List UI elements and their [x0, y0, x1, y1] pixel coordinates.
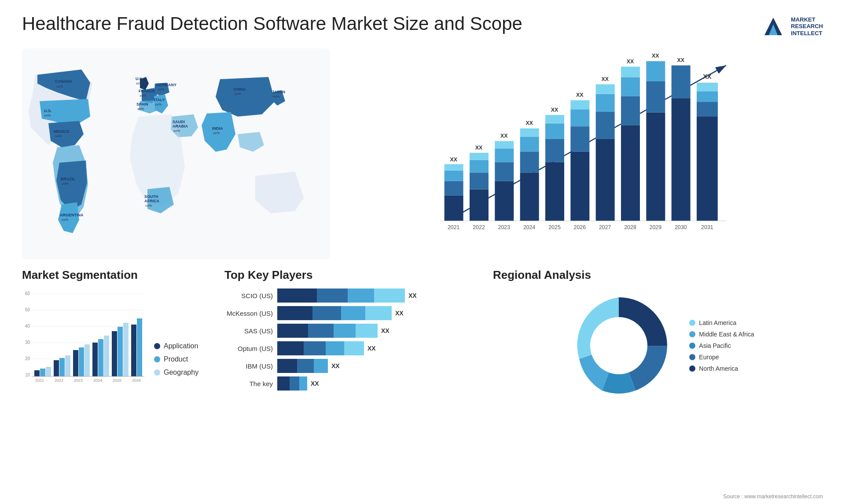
- player-bar-sas: XX: [277, 324, 389, 338]
- france-value: xx%: [140, 94, 146, 98]
- svg-rect-5: [445, 181, 463, 195]
- svg-rect-63: [65, 355, 70, 376]
- italy-value: xx%: [155, 102, 162, 106]
- players-list: SCIO (US) XX McKesson (US): [224, 289, 480, 391]
- svg-rect-24: [570, 152, 589, 221]
- svg-rect-67: [92, 343, 98, 376]
- germany-label: GERMANY: [156, 83, 176, 87]
- svg-rect-30: [596, 94, 615, 112]
- canada-label: CANADA: [55, 79, 72, 84]
- label-asia-pacific: Asia Pacific: [699, 342, 731, 349]
- svg-rect-13: [495, 162, 514, 181]
- bar-label-2027: XX: [601, 76, 609, 82]
- player-name-thekey: The key: [224, 380, 273, 387]
- bar-label-2025: XX: [551, 107, 558, 113]
- svg-rect-71: [118, 327, 123, 376]
- dot-europe: [689, 354, 695, 360]
- legend-label-geography: Geography: [164, 369, 198, 376]
- safrica-value: xx%: [145, 204, 152, 208]
- svg-rect-17: [520, 152, 539, 173]
- segmentation-title: Market Segmentation: [22, 268, 211, 282]
- svg-rect-20: [545, 162, 564, 221]
- svg-rect-10: [470, 160, 489, 173]
- uk-label: U.K.: [136, 77, 143, 81]
- svg-text:2025: 2025: [113, 378, 121, 383]
- bar-label-2023: XX: [500, 133, 508, 139]
- svg-rect-27: [570, 100, 589, 110]
- logo-icon: [760, 13, 786, 40]
- source-text: Source : www.marketresearchintellect.com: [723, 493, 823, 500]
- legend-north-america: North America: [689, 365, 754, 372]
- svg-rect-65: [79, 347, 84, 376]
- year-2022: 2022: [473, 224, 485, 230]
- saudi-label2: ARABIA: [173, 124, 188, 128]
- legend-dot-application: [154, 343, 160, 349]
- svg-rect-62: [59, 358, 65, 376]
- player-row-mckesson: McKesson (US) XX: [224, 306, 480, 320]
- svg-rect-66: [84, 344, 90, 376]
- svg-text:20: 20: [25, 356, 30, 361]
- mexico-value: xx%: [55, 134, 62, 138]
- svg-rect-58: [34, 370, 40, 376]
- bar-label-2022: XX: [475, 145, 483, 151]
- safrica-label2: AFRICA: [144, 199, 159, 203]
- seg-chart-area: 60 50 40 30 20 10: [22, 289, 211, 385]
- svg-rect-12: [495, 181, 514, 221]
- bar-label-2031: XX: [703, 73, 712, 80]
- svg-rect-36: [646, 113, 665, 221]
- svg-rect-23: [545, 115, 564, 123]
- italy-label: ITALY: [154, 98, 165, 102]
- player-xx-optum: XX: [367, 345, 376, 352]
- year-2023: 2023: [498, 224, 511, 230]
- player-bar-mckesson: XX: [277, 306, 404, 320]
- svg-rect-9: [470, 172, 489, 189]
- regional-panel: Regional Analysis: [493, 268, 823, 491]
- player-xx-scio: XX: [408, 292, 417, 299]
- label-middle-east: Middle East & Africa: [699, 331, 754, 338]
- svg-rect-7: [445, 164, 463, 170]
- svg-rect-26: [570, 110, 589, 126]
- label-europe: Europe: [699, 354, 719, 361]
- player-row-sas: SAS (US) XX: [224, 324, 480, 338]
- svg-rect-59: [40, 369, 45, 376]
- segmentation-panel: Market Segmentation 60 50 40 30 20 10: [22, 268, 211, 491]
- player-row-ibm: IBM (US) XX: [224, 359, 480, 373]
- legend-middle-east: Middle East & Africa: [689, 331, 754, 338]
- key-players-title: Top Key Players: [224, 268, 480, 282]
- dot-asia-pacific: [689, 343, 695, 349]
- uk-value: xx%: [136, 81, 143, 85]
- svg-rect-44: [697, 83, 718, 91]
- legend-product: Product: [154, 355, 198, 363]
- player-name-optum: Optum (US): [224, 345, 273, 352]
- player-row-scio: SCIO (US) XX: [224, 289, 480, 303]
- regional-content: Latin America Middle East & Africa Asia …: [493, 289, 823, 403]
- svg-rect-16: [520, 172, 539, 221]
- top-section: CANADA xx% U.S. xx% MEXICO xx% BRAZIL xx…: [22, 48, 823, 259]
- germany-value: xx%: [158, 88, 164, 91]
- legend-latin-america: Latin America: [689, 319, 754, 326]
- svg-rect-18: [520, 137, 539, 151]
- bar-chart: XX 2021 XX 2022 XX 2023: [343, 48, 823, 259]
- world-map: CANADA xx% U.S. xx% MEXICO xx% BRAZIL xx…: [22, 48, 330, 259]
- svg-rect-37: [646, 81, 665, 113]
- legend-dot-product: [154, 356, 160, 362]
- japan-label: JAPAN: [272, 90, 285, 94]
- svg-rect-69: [104, 336, 109, 376]
- bar-chart-svg: XX 2021 XX 2022 XX 2023: [352, 53, 814, 242]
- year-2026: 2026: [574, 224, 586, 230]
- safrica-label: SOUTH: [144, 194, 158, 199]
- bar-label-2028: XX: [627, 58, 634, 65]
- svg-rect-4: [445, 196, 463, 221]
- player-bar-thekey: XX: [277, 376, 319, 391]
- us-label: U.S.: [44, 109, 52, 113]
- player-bar-optum: XX: [277, 341, 376, 355]
- japan-value: xx%: [273, 95, 279, 99]
- seg-legend: Application Product Geography: [154, 342, 198, 385]
- svg-rect-74: [137, 318, 142, 376]
- player-xx-thekey: XX: [311, 380, 319, 387]
- svg-rect-21: [545, 139, 564, 162]
- key-players-panel: Top Key Players SCIO (US) XX: [224, 268, 480, 491]
- map-svg: CANADA xx% U.S. xx% MEXICO xx% BRAZIL xx…: [22, 48, 330, 259]
- player-row-thekey: The key XX: [224, 376, 480, 391]
- mexico-label: MEXICO: [54, 129, 70, 134]
